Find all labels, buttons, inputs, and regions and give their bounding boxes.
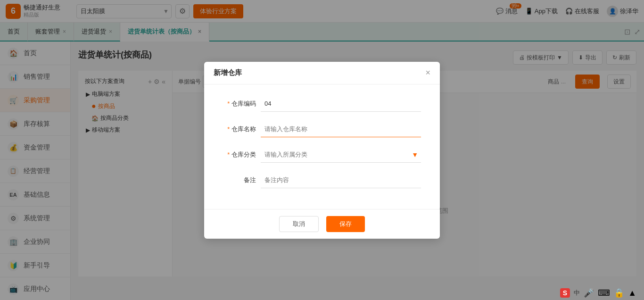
remark-label: 备注 <box>223 176 261 184</box>
status-lock-icon[interactable]: 🔒 <box>614 288 624 298</box>
warehouse-code-input[interactable] <box>261 96 421 112</box>
cancel-button[interactable]: 取消 <box>279 216 319 232</box>
status-s-icon[interactable]: S <box>560 288 570 298</box>
status-up-icon[interactable]: ▲ <box>628 288 636 298</box>
warehouse-code-row: 仓库编码 <box>223 96 421 112</box>
dialog-footer: 取消 保存 <box>204 209 440 239</box>
dialog-title: 新增仓库 <box>214 68 242 77</box>
status-bar: S 中 🎤 ⌨ 🔒 ▲ <box>553 286 644 300</box>
dialog-body: 仓库编码 仓库名称 仓库分类 ▼ 备注 <box>204 84 440 209</box>
warehouse-name-input[interactable] <box>261 121 421 137</box>
warehouse-code-label: 仓库编码 <box>223 100 261 108</box>
warehouse-category-wrap: ▼ <box>261 147 421 163</box>
warehouse-name-row: 仓库名称 <box>223 121 421 137</box>
dialog-header: 新增仓库 × <box>204 62 440 84</box>
warehouse-category-label: 仓库分类 <box>223 150 261 159</box>
dialog-overlay: 新增仓库 × 仓库编码 仓库名称 仓库分类 ▼ <box>0 0 644 300</box>
warehouse-name-label: 仓库名称 <box>223 125 261 133</box>
save-button[interactable]: 保存 <box>326 216 365 232</box>
category-caret-icon: ▼ <box>412 151 418 158</box>
status-zh-icon: 中 <box>574 289 580 297</box>
status-mic-icon[interactable]: 🎤 <box>584 288 594 298</box>
remark-row: 备注 <box>223 172 421 188</box>
warehouse-category-row: 仓库分类 ▼ <box>223 147 421 163</box>
new-warehouse-dialog: 新增仓库 × 仓库编码 仓库名称 仓库分类 ▼ <box>204 62 440 239</box>
status-keyboard-icon[interactable]: ⌨ <box>598 288 610 298</box>
warehouse-category-input[interactable] <box>261 147 421 163</box>
remark-input[interactable] <box>261 172 421 188</box>
dialog-close-button[interactable]: × <box>425 68 430 77</box>
